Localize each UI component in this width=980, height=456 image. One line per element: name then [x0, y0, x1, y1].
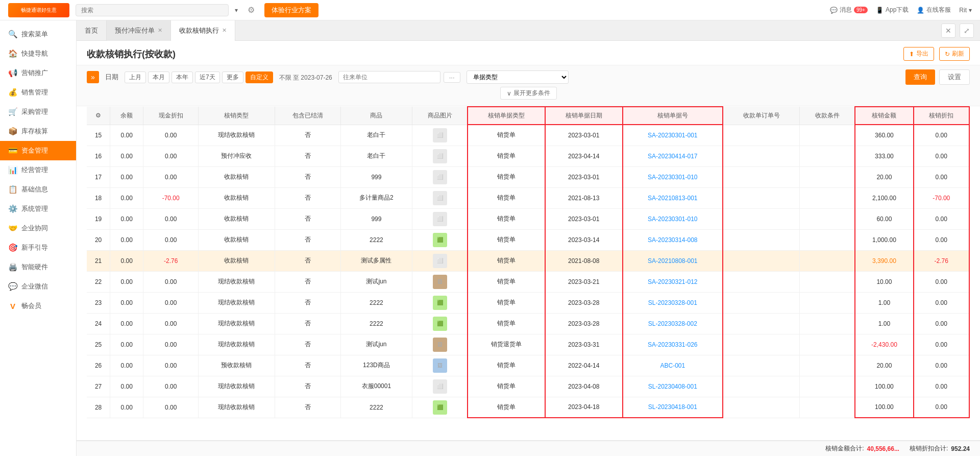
sidebar-item-marketing[interactable]: 📢 营销推广: [0, 63, 76, 83]
writeoff-no-link[interactable]: SA-20230301-001: [648, 132, 697, 139]
writeoff-no-link[interactable]: ABC-001: [660, 362, 685, 369]
cell-writeoff-no[interactable]: ABC-001: [623, 355, 723, 376]
cell-writeoff-date: 2023-03-01: [545, 125, 623, 146]
writeoff-no-link[interactable]: SA-20210813-001: [648, 195, 697, 202]
cell-yue: 0.00: [110, 376, 143, 397]
writeoff-no-link[interactable]: SL-20230328-001: [648, 299, 697, 306]
search-area[interactable]: [76, 4, 229, 16]
cell-settled: 否: [275, 397, 340, 418]
gear-icon[interactable]: ⚙: [244, 3, 258, 17]
cell-id: 20: [87, 229, 110, 250]
sidebar-item-sales[interactable]: 💰 销售管理: [0, 83, 76, 102]
cell-id: 16: [87, 146, 110, 166]
sidebar-item-purchase[interactable]: 🛒 采购管理: [0, 102, 76, 122]
sidebar-item-quick[interactable]: 🏠 快捷导航: [0, 44, 76, 63]
table-row: 190.000.00收款核销否999⬜销货单2023-03-01SA-20230…: [87, 208, 969, 229]
from-unit-input[interactable]: [338, 71, 440, 83]
date-btn-last-month[interactable]: 上月: [125, 71, 146, 83]
cell-writeoff-date: 2023-03-28: [545, 313, 623, 334]
cell-writeoff-no[interactable]: SA-20210813-001: [623, 187, 723, 208]
filter-expand-btn[interactable]: »: [87, 71, 99, 83]
expand-more-btn[interactable]: ∨ 展开更多条件: [500, 87, 557, 100]
cell-product-img: 🖼: [412, 271, 468, 292]
writeoff-no-link[interactable]: SA-20230414-017: [648, 153, 697, 160]
date-btn-more[interactable]: 更多: [222, 71, 243, 83]
wechat-icon: 💬: [8, 282, 17, 291]
export-btn[interactable]: ⬆ 导出: [903, 47, 934, 61]
cell-writeoff-no[interactable]: SL-20230328-002: [623, 313, 723, 334]
sidebar-item-finance[interactable]: 💳 资金管理: [0, 141, 76, 160]
online-service-area[interactable]: 👤 在线客服: [917, 6, 951, 14]
writeoff-no-link[interactable]: SA-20230314-008: [648, 236, 697, 244]
sidebar-item-wechat[interactable]: 💬 企业微信: [0, 277, 76, 296]
sidebar-label-company: 企业协同: [21, 224, 48, 233]
cell-product-img: 🟩: [412, 292, 468, 313]
sidebar-item-company[interactable]: 🤝 企业协同: [0, 219, 76, 238]
writeoff-no-link[interactable]: SA-20230301-010: [648, 174, 697, 181]
sidebar-item-hardware[interactable]: 🖨️ 智能硬件: [0, 257, 76, 277]
single-type-select[interactable]: 单据类型: [467, 70, 569, 84]
cell-product: 测试多属性: [340, 250, 412, 271]
cell-writeoff-date: 2023-03-28: [545, 292, 623, 313]
date-btn-custom[interactable]: 自定义: [246, 71, 273, 83]
table-container[interactable]: ⚙ 余额 现金折扣 核销类型 包含已结清 商品 商品图片 核销单据类型 核销单据…: [77, 106, 980, 440]
sidebar-item-basic[interactable]: 📋 基础信息: [0, 180, 76, 199]
date-btn-this-year[interactable]: 本年: [172, 71, 193, 83]
sidebar-item-operation[interactable]: 📊 经营管理: [0, 160, 76, 180]
query-btn[interactable]: 查询: [905, 69, 935, 85]
th-gear[interactable]: ⚙: [87, 107, 110, 125]
cell-writeoff-no[interactable]: SL-20230328-001: [623, 292, 723, 313]
cell-writeoff-no[interactable]: SA-20230301-010: [623, 208, 723, 229]
tab-prepay-close-icon[interactable]: ✕: [158, 27, 162, 34]
cell-writeoff-no[interactable]: SL-20230418-001: [623, 397, 723, 418]
close-window-btn[interactable]: ✕: [941, 23, 955, 38]
cell-writeoff-no[interactable]: SA-20230321-012: [623, 271, 723, 292]
cell-writeoff-amount: 360.00: [855, 125, 913, 146]
cell-receipt-order: [723, 313, 800, 334]
writeoff-no-link[interactable]: SL-20230408-001: [648, 383, 697, 390]
cell-writeoff-no[interactable]: SA-20230314-008: [623, 229, 723, 250]
sidebar-item-inventory[interactable]: 📦 库存核算: [0, 122, 76, 141]
cell-writeoff-no[interactable]: SA-20230331-026: [623, 334, 723, 355]
dropdown-btn[interactable]: ▾: [235, 7, 238, 14]
tab-writeoff-close-icon[interactable]: ✕: [222, 27, 227, 34]
from-unit-ellipsis-btn[interactable]: ···: [444, 72, 460, 83]
cell-type: 收款核销: [198, 208, 275, 229]
cell-type: 现结收款核销: [198, 397, 275, 418]
sidebar-item-guide[interactable]: 🎯 新手引导: [0, 238, 76, 257]
cell-writeoff-no[interactable]: SA-20230301-001: [623, 125, 723, 146]
cell-receipt-order: [723, 229, 800, 250]
experience-btn[interactable]: 体验行业方案: [264, 3, 318, 17]
user-area[interactable]: Rit ▾: [959, 7, 972, 14]
date-btn-7days[interactable]: 近7天: [195, 71, 220, 83]
sidebar-item-system[interactable]: ⚙️ 系统管理: [0, 199, 76, 219]
tab-prepay[interactable]: 预付冲应付单 ✕: [107, 20, 171, 41]
writeoff-no-link[interactable]: SA-20230331-026: [648, 341, 697, 348]
cell-product: 2222: [340, 229, 412, 250]
writeoff-no-link[interactable]: SL-20230328-002: [648, 320, 697, 327]
cell-writeoff-no[interactable]: SL-20230408-001: [623, 376, 723, 397]
tab-home[interactable]: 首页: [77, 20, 107, 41]
messages-area[interactable]: 💬 消息 99+: [830, 6, 868, 14]
cell-writeoff-no[interactable]: SA-20210808-001: [623, 250, 723, 271]
writeoff-no-link[interactable]: SA-20230321-012: [648, 278, 697, 285]
sidebar-item-search[interactable]: 🔍 搜索菜单: [0, 25, 76, 44]
writeoff-no-link[interactable]: SL-20230418-001: [648, 403, 697, 411]
app-download-area[interactable]: 📱 App下载: [876, 6, 909, 14]
cell-writeoff-type: 销货单: [468, 355, 545, 376]
sidebar-label-finance: 资金管理: [21, 146, 48, 155]
cell-writeoff-no[interactable]: SA-20230301-010: [623, 166, 723, 187]
writeoff-no-link[interactable]: SA-20210808-001: [648, 257, 697, 265]
product-img-gray: ⬜: [433, 149, 447, 163]
sidebar-item-member[interactable]: V 畅会员: [0, 296, 76, 316]
refresh-btn[interactable]: ↻ 刷新: [939, 47, 970, 61]
search-input[interactable]: [81, 7, 223, 14]
date-btn-this-month[interactable]: 本月: [148, 71, 169, 83]
writeoff-no-link[interactable]: SA-20230301-010: [648, 215, 697, 223]
tab-writeoff[interactable]: 收款核销执行 ✕: [171, 20, 235, 41]
cell-writeoff-discount: 0.00: [914, 355, 969, 376]
settings-btn[interactable]: 设置: [939, 69, 970, 85]
maximize-btn[interactable]: ⤢: [960, 23, 974, 38]
cell-type: 收款核销: [198, 187, 275, 208]
cell-writeoff-no[interactable]: SA-20230414-017: [623, 146, 723, 166]
